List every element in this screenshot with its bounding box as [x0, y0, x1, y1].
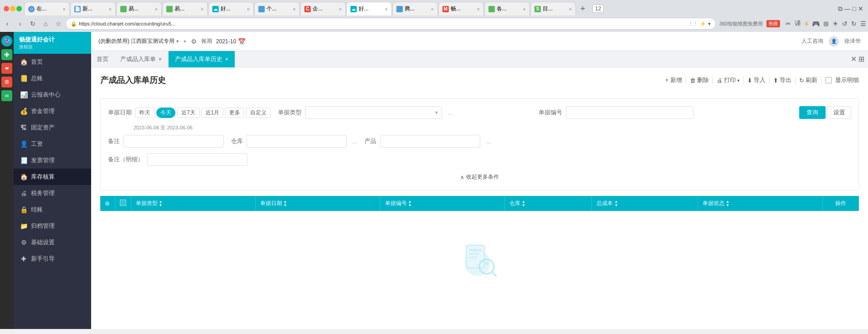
sort-type[interactable]: 单据类型 ▲▼: [136, 200, 163, 207]
hot-search-badge[interactable]: 热搜: [766, 20, 780, 27]
wallet-icon[interactable]: ¥: [805, 20, 808, 27]
tab-close-3[interactable]: ×: [155, 6, 158, 12]
reload-btn[interactable]: ↻: [27, 18, 38, 29]
th-checkbox[interactable]: [115, 196, 131, 211]
close-icon[interactable]: ✕: [858, 5, 863, 12]
sort-cost[interactable]: 总成本 ▲▼: [596, 200, 618, 207]
sidebar-item-ledger[interactable]: 📒 总账: [14, 70, 91, 87]
query-btn[interactable]: 查询: [799, 106, 826, 119]
maximize-window-btn[interactable]: □: [16, 6, 22, 11]
rail-icon-mail[interactable]: ✉: [1, 90, 12, 101]
rail-icon-weibo[interactable]: 微: [1, 77, 12, 87]
browser-tab-4[interactable]: 易... ×: [162, 2, 208, 15]
browser-tab-12[interactable]: S 目... ×: [530, 2, 576, 15]
scissors-icon[interactable]: ✂: [786, 20, 791, 27]
sidebar-item-payroll[interactable]: 👤 工资: [14, 136, 91, 152]
type-select[interactable]: ▾: [305, 106, 442, 119]
close-panel-btn[interactable]: ✕: [851, 55, 857, 63]
settings-btn[interactable]: ⚙: [191, 38, 197, 45]
rail-icon-1[interactable]: ✚: [1, 49, 12, 60]
menu-icon[interactable]: ☰: [860, 20, 866, 27]
brightness-icon[interactable]: ☀: [832, 20, 838, 27]
th-type[interactable]: 单据类型 ▲▼: [131, 196, 256, 211]
tab-close-8[interactable]: ×: [385, 6, 388, 12]
date-1month-btn[interactable]: 近1月: [201, 108, 224, 118]
minimize-icon[interactable]: —: [844, 5, 851, 12]
redo-icon[interactable]: ↻: [851, 20, 857, 27]
calendar-icon[interactable]: 📅: [238, 38, 246, 45]
tab-close-7[interactable]: ×: [339, 6, 342, 12]
tab-list-close[interactable]: ×: [159, 56, 162, 62]
tab-history-close[interactable]: ×: [225, 56, 228, 62]
browser-tab-8[interactable]: ☁ 好... ×: [346, 2, 392, 15]
app-logo-icon[interactable]: 🔮: [1, 36, 12, 46]
home-btn[interactable]: ⌂: [40, 18, 51, 29]
collapse-btn[interactable]: ∧ 收起更多条件: [460, 173, 499, 181]
number-input[interactable]: [566, 106, 693, 119]
tab-close-10[interactable]: ×: [477, 6, 480, 12]
browser-tab-3[interactable]: 易... ×: [116, 2, 162, 15]
url-input[interactable]: 🔒 https://cloud.chanjet.com/accounting/u…: [66, 18, 716, 30]
sort-date[interactable]: 单据日期 ▲▼: [260, 200, 287, 207]
date-today-btn[interactable]: 今天: [156, 108, 175, 118]
company-selector[interactable]: (勿删勿禁用) 江西眼宝测试专用 ▾: [98, 37, 179, 45]
translate-icon[interactable]: 译: [795, 20, 801, 28]
browser-tab-7[interactable]: C 企... ×: [300, 2, 346, 15]
product-input[interactable]: [380, 135, 480, 148]
print-btn[interactable]: 🖨 打印 ▾: [717, 76, 740, 84]
tab-close-5[interactable]: ×: [247, 6, 250, 12]
maximize-icon[interactable]: □: [853, 5, 856, 12]
settings-col-icon[interactable]: ⚙: [105, 200, 110, 207]
url-dropdown-icon[interactable]: ▾: [708, 21, 711, 27]
tab-close-4[interactable]: ×: [201, 6, 204, 12]
th-status[interactable]: 单据状态 ▲▼: [698, 196, 822, 211]
date-yesterday-btn[interactable]: 昨天: [135, 108, 154, 118]
sidebar-item-fixed[interactable]: 🏗 固定资产: [14, 119, 91, 136]
add-company-btn[interactable]: +: [183, 38, 186, 45]
sidebar-item-archive[interactable]: 📁 归档管理: [14, 218, 91, 234]
notes-detail-input[interactable]: [147, 153, 247, 166]
tab-close-12[interactable]: ×: [569, 6, 572, 12]
sidebar-item-tax[interactable]: 🖨 税务管理: [14, 185, 91, 201]
sidebar-item-invoice[interactable]: 🧾 发票管理: [14, 152, 91, 169]
th-settings[interactable]: ⚙: [100, 196, 115, 211]
extension-bolt-icon[interactable]: ⚡: [700, 21, 706, 27]
browser-tab-9[interactable]: 腾... ×: [392, 2, 438, 15]
browser-tab-1[interactable]: ⊙ 在... ×: [24, 2, 70, 15]
tab-close-1[interactable]: ×: [63, 6, 66, 12]
date-custom-btn[interactable]: 自定义: [246, 108, 271, 118]
browser-tab-11[interactable]: 各... ×: [484, 2, 530, 15]
notes-input[interactable]: [123, 135, 224, 148]
sidebar-item-newentry[interactable]: ✚ 新手引导: [14, 251, 91, 267]
minimize-window-btn[interactable]: −: [10, 6, 15, 11]
th-cost[interactable]: 总成本 ▲▼: [592, 196, 698, 211]
tab-close-9[interactable]: ×: [431, 6, 434, 12]
th-date[interactable]: 单据日期 ▲▼: [256, 196, 380, 211]
sort-warehouse[interactable]: 仓库 ▲▼: [509, 200, 525, 207]
tab-close-6[interactable]: ×: [293, 6, 296, 12]
tab-history[interactable]: 产成品入库单历史 ×: [169, 51, 235, 67]
product-more-btn[interactable]: ...: [486, 138, 491, 145]
browser-tab-10[interactable]: M 畅... ×: [438, 2, 484, 15]
gamepad-icon[interactable]: 🎮: [812, 20, 820, 27]
breadcrumb-home[interactable]: 首页: [91, 51, 114, 67]
bookmark-btn[interactable]: ☆: [53, 18, 64, 29]
extension-grid-icon[interactable]: ⋮⋮: [688, 21, 698, 27]
sidebar-item-finance[interactable]: 💰 资金管理: [14, 103, 91, 119]
setting-btn[interactable]: 设置: [827, 106, 851, 119]
warehouse-more-btn[interactable]: ...: [352, 138, 357, 145]
tab-close-2[interactable]: ×: [109, 6, 112, 12]
sidebar-item-close[interactable]: 🔒 结账: [14, 201, 91, 218]
undo-icon[interactable]: ↺: [842, 20, 847, 27]
th-warehouse[interactable]: 仓库 ▲▼: [505, 196, 592, 211]
sidebar-item-home[interactable]: 🏠 首页: [14, 54, 91, 70]
back-btn[interactable]: ‹: [2, 18, 13, 29]
delete-btn[interactable]: 🗑 删除: [690, 76, 709, 84]
forward-btn[interactable]: ›: [15, 18, 26, 29]
th-number[interactable]: 单据编号 ▲▼: [380, 196, 505, 211]
select-all-checkbox[interactable]: [120, 200, 126, 206]
expand-panel-btn[interactable]: ⊞: [858, 55, 864, 63]
refresh-btn[interactable]: ↻ 刷新: [799, 76, 817, 84]
import-btn[interactable]: ⬇ 导入: [747, 76, 765, 84]
sort-number[interactable]: 单据编号 ▲▼: [385, 200, 412, 207]
